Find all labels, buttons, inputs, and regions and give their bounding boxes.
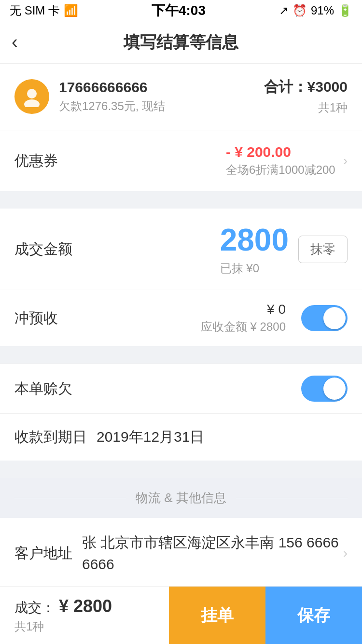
address-card: 客户地址 张 北京市市辖区海淀区永丰南 156 6666 6666 ›	[0, 518, 362, 588]
address-arrow-icon: ›	[343, 546, 348, 561]
footer: 成交： ¥ 2800 共1种 挂单 保存	[0, 586, 362, 644]
due-date-row: 收款到期日 2019年12月31日	[0, 413, 362, 461]
svg-point-1	[24, 99, 40, 107]
nav-title: 填写结算等信息	[124, 31, 238, 54]
total-amount: 合计：¥3000	[264, 77, 348, 97]
round-button[interactable]: 抹零	[298, 236, 348, 263]
wifi-icon: 📶	[64, 4, 78, 17]
user-phone: 17666666666	[59, 79, 264, 96]
nav-bar: ‹ 填写结算等信息	[0, 21, 362, 64]
address-row[interactable]: 客户地址 张 北京市市辖区海淀区永丰南 156 6666 6666 ›	[0, 518, 362, 588]
svg-point-0	[27, 89, 37, 98]
status-bar: 无 SIM 卡 📶 下午4:03 ↗ ⏰ 91% 🔋	[0, 0, 362, 21]
status-time: 下午4:03	[152, 1, 206, 20]
prepayment-sub: 应收金额 ¥ 2800	[201, 319, 286, 335]
user-sub: 欠款1276.35元, 现结	[59, 98, 264, 114]
coupon-row[interactable]: 优惠券 - ¥ 200.00 全场6折满1000减200 ›	[0, 130, 362, 191]
pending-button[interactable]: 挂单	[169, 587, 265, 644]
alarm-icon: ⏰	[292, 4, 307, 17]
battery-icon: 🔋	[338, 4, 352, 17]
avatar	[14, 79, 49, 114]
amount-card: 成交金额 2800 已抹 ¥0 抹零 冲预收 ¥ 0 应收金额 ¥ 2800	[0, 209, 362, 346]
footer-summary: 成交： ¥ 2800 共1种	[0, 596, 169, 634]
footer-amount-row: 成交： ¥ 2800	[14, 596, 154, 617]
divider-1	[0, 199, 362, 209]
divider-line-right	[236, 498, 348, 498]
total-count: 共1种	[264, 100, 348, 115]
debt-toggle[interactable]	[301, 376, 348, 402]
section-divider: 物流 & 其他信息	[0, 478, 362, 518]
coupon-value: - ¥ 200.00	[226, 144, 335, 160]
debt-row: 本单赊欠	[0, 364, 362, 413]
debt-card: 本单赊欠 收款到期日 2019年12月31日	[0, 364, 362, 461]
footer-count: 共1种	[14, 619, 154, 634]
user-row: 17666666666 欠款1276.35元, 现结 合计：¥3000 共1种	[0, 64, 362, 129]
coupon-right: - ¥ 200.00 全场6折满1000减200 ›	[226, 144, 348, 178]
section-divider-text: 物流 & 其他信息	[136, 490, 226, 506]
content: 17666666666 欠款1276.35元, 现结 合计：¥3000 共1种 …	[0, 64, 362, 644]
divider-2	[0, 354, 362, 364]
coupon-label: 优惠券	[14, 151, 58, 171]
amount-main: 2800 已抹 ¥0 抹零	[220, 222, 348, 276]
no-sim-text: 无 SIM 卡	[10, 3, 60, 18]
amount-value-group: 2800 已抹 ¥0	[220, 222, 289, 276]
user-total: 合计：¥3000 共1种	[264, 77, 348, 115]
coupon-value-group: - ¥ 200.00 全场6折满1000减200	[226, 144, 335, 178]
coupon-desc: 全场6折满1000减200	[226, 162, 335, 178]
save-button[interactable]: 保存	[265, 587, 362, 644]
amount-row: 成交金额 2800 已抹 ¥0 抹零	[0, 209, 362, 290]
address-content: 张 北京市市辖区海淀区永丰南 156 6666 6666	[82, 532, 343, 575]
debt-label: 本单赊欠	[14, 379, 72, 399]
footer-transaction-label: 成交：	[14, 599, 55, 617]
coupon-arrow-icon: ›	[343, 153, 348, 168]
prepayment-right: ¥ 0 应收金额 ¥ 2800	[201, 302, 348, 335]
status-right: ↗ ⏰ 91% 🔋	[279, 4, 352, 17]
back-button[interactable]: ‹	[12, 32, 18, 53]
divider-line-left	[14, 498, 126, 498]
prepayment-toggle[interactable]	[301, 305, 348, 331]
due-date-value: 2019年12月31日	[97, 427, 204, 447]
avatar-person-icon	[21, 86, 42, 107]
due-date-label: 收款到期日	[14, 427, 87, 447]
prepayment-label: 冲预收	[14, 308, 58, 328]
prepayment-info: ¥ 0 应收金额 ¥ 2800	[201, 302, 286, 335]
divider-3	[0, 468, 362, 478]
amount-value: 2800	[220, 222, 289, 258]
user-info-card: 17666666666 欠款1276.35元, 现结 合计：¥3000 共1种 …	[0, 64, 362, 191]
amount-sub: 已抹 ¥0	[220, 261, 289, 276]
status-left: 无 SIM 卡 📶	[10, 3, 78, 18]
amount-label: 成交金额	[14, 239, 72, 259]
battery-text: 91%	[311, 4, 334, 17]
prepayment-toggle-knob	[323, 307, 346, 329]
location-icon: ↗	[279, 4, 289, 17]
user-info-text: 17666666666 欠款1276.35元, 现结	[59, 79, 264, 114]
prepayment-amount: ¥ 0	[201, 302, 286, 317]
debt-toggle-knob	[323, 378, 346, 400]
footer-amount-value: ¥ 2800	[59, 596, 112, 616]
prepayment-row: 冲预收 ¥ 0 应收金额 ¥ 2800	[0, 290, 362, 346]
address-label: 客户地址	[14, 544, 72, 563]
